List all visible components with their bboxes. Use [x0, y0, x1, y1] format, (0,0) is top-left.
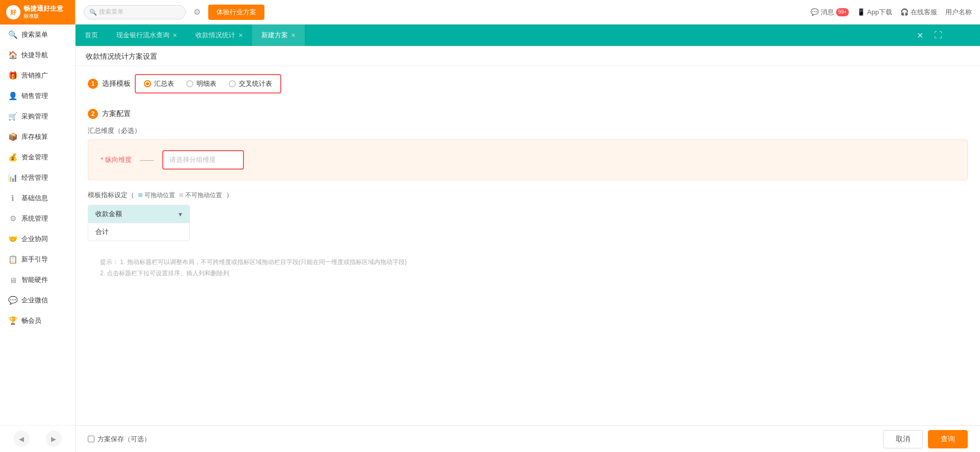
- user-avatar[interactable]: 用户名称: [945, 8, 972, 17]
- query-button[interactable]: 查询: [928, 430, 968, 448]
- trial-industry-button[interactable]: 体验行业方案: [208, 5, 264, 20]
- sidebar-item-search[interactable]: 🔍 搜索菜单: [0, 25, 75, 45]
- dimension-row-label: * 纵向维度: [101, 155, 132, 164]
- tab-new-plan[interactable]: 新建方案 ✕: [252, 25, 305, 46]
- tip-2: 2. 点击标题栏下拉可设置排序、插入列和删除列: [100, 268, 955, 279]
- tab-collection-label: 收款情况统计: [195, 31, 235, 40]
- step1-badge: 1: [88, 79, 98, 89]
- sidebar: 好 畅捷通好生意 标准版 🔍 搜索菜单 🏠 快捷导航 🎁 营销推广 👤 销售管理…: [0, 0, 76, 452]
- message-icon: 💬: [811, 8, 819, 16]
- dimension-title: 汇总维度（必选）: [88, 126, 968, 135]
- tabbar: 首页 现金银行流水查询 ✕ 收款情况统计 ✕ 新建方案 ✕ ✕ ⛶: [76, 25, 980, 46]
- sidebar-item-inventory[interactable]: 📦 库存核算: [0, 127, 75, 147]
- content-area: 收款情况统计方案设置 1 选择模板 汇总表: [76, 46, 980, 425]
- sidebar-item-wechat[interactable]: 💬 企业微信: [0, 290, 75, 311]
- save-plan-label: 方案保存（可选）: [97, 435, 151, 444]
- sidebar-item-nav[interactable]: 🏠 快捷导航: [0, 45, 75, 65]
- sidebar-item-purchase[interactable]: 🛒 采购管理: [0, 106, 75, 127]
- user-icon: 👤: [8, 91, 17, 101]
- metrics-table: 收款金额 ▾ 合计: [88, 205, 190, 241]
- save-plan-checkbox[interactable]: 方案保存（可选）: [88, 435, 151, 444]
- user-name-text: 用户名称: [945, 8, 972, 17]
- sidebar-expand-btn[interactable]: ▶: [45, 431, 62, 447]
- info-icon: ℹ: [8, 194, 17, 203]
- service-label: 在线客服: [911, 8, 937, 17]
- save-plan-checkbox-input[interactable]: [88, 436, 94, 442]
- radio-crosstab[interactable]: 交叉统计表: [229, 79, 272, 88]
- tab-home[interactable]: 首页: [76, 25, 107, 46]
- logo-icon: 好: [6, 5, 20, 19]
- radio-detail[interactable]: 明细表: [186, 79, 216, 88]
- service-icon: 🎧: [900, 8, 909, 16]
- radio-summary[interactable]: 汇总表: [144, 79, 174, 88]
- radio-summary-label: 汇总表: [154, 79, 174, 88]
- sidebar-item-guide[interactable]: 📋 新手引导: [0, 249, 75, 270]
- search-icon: 🔍: [8, 30, 17, 39]
- metrics-header-dropdown-icon[interactable]: ▾: [179, 210, 182, 218]
- step1-label: 选择模板: [102, 79, 131, 88]
- cancel-button[interactable]: 取消: [883, 430, 923, 448]
- page-header: 收款情况统计方案设置: [76, 46, 980, 66]
- sidebar-logo: 好 畅捷通好生意 标准版: [0, 0, 75, 25]
- service-button[interactable]: 🎧 在线客服: [900, 8, 937, 17]
- metrics-legend2: 不可拖动位置: [179, 191, 222, 200]
- sidebar-item-label: 资金管理: [21, 153, 48, 162]
- home-icon: 🏠: [8, 51, 17, 60]
- metrics-closing-paren: ）: [226, 191, 233, 200]
- topbar-right: 💬 消息 99+ 📱 App下载 🎧 在线客服 用户名称: [811, 8, 972, 17]
- tab-home-label: 首页: [85, 31, 98, 40]
- sidebar-item-finance[interactable]: 💰 资金管理: [0, 147, 75, 168]
- sidebar-item-marketing[interactable]: 🎁 营销推广: [0, 65, 75, 86]
- message-button[interactable]: 💬 消息 99+: [811, 8, 849, 17]
- tab-close-all-button[interactable]: ✕: [913, 28, 927, 42]
- settings-gear-icon[interactable]: ⚙: [190, 5, 204, 19]
- tab-collection-close[interactable]: ✕: [238, 32, 243, 39]
- topbar-left: 🔍 搜索菜单 ⚙ 体验行业方案: [84, 5, 264, 20]
- sidebar-item-hardware[interactable]: 🖥 智能硬件: [0, 270, 75, 290]
- template-radio-group: 汇总表 明细表 交叉统计表: [135, 74, 281, 93]
- sidebar-item-operations[interactable]: 📊 经营管理: [0, 168, 75, 188]
- radio-detail-circle: [186, 80, 193, 87]
- radio-crosstab-circle: [229, 80, 236, 87]
- dimension-select-placeholder: 请选择分组维度: [169, 156, 216, 163]
- tab-new-plan-close[interactable]: ✕: [291, 32, 296, 39]
- legend-draggable: 可拖动位置: [138, 191, 175, 200]
- sidebar-item-label: 搜索菜单: [21, 30, 48, 39]
- sidebar-item-label: 销售管理: [21, 91, 48, 101]
- box-icon: 📦: [8, 132, 17, 141]
- download-button[interactable]: 📱 App下载: [857, 8, 892, 17]
- logo-sub: 标准版: [23, 13, 63, 20]
- step2-label: 方案配置: [102, 109, 131, 118]
- tab-cashflow-close[interactable]: ✕: [173, 32, 177, 39]
- footer: 方案保存（可选） 取消 查询: [76, 425, 980, 452]
- dimension-select[interactable]: 请选择分组维度: [162, 150, 244, 170]
- metrics-table-row: 合计: [88, 223, 189, 241]
- sidebar-item-label: 经营管理: [21, 173, 48, 182]
- cart-icon: 🛒: [8, 112, 17, 121]
- sidebar-item-basics[interactable]: ℹ 基础信息: [0, 188, 75, 208]
- dimension-area: * 纵向维度 —— 请选择分组维度: [88, 139, 968, 180]
- radio-crosstab-label: 交叉统计表: [239, 79, 272, 88]
- main-content: 🔍 搜索菜单 ⚙ 体验行业方案 💬 消息 99+ 📱 App下载 🎧 在线客服 …: [76, 0, 980, 452]
- legend-draggable-dot: [138, 193, 142, 197]
- sidebar-item-system[interactable]: ⚙ 系统管理: [0, 208, 75, 229]
- sidebar-item-member[interactable]: 🏆 畅会员: [0, 311, 75, 331]
- sidebar-bottom: ◀ ▶: [0, 425, 75, 452]
- sidebar-item-sales[interactable]: 👤 销售管理: [0, 86, 75, 106]
- legend-undraggable: 不可拖动位置: [179, 191, 222, 200]
- gift-icon: 🎁: [8, 71, 17, 80]
- tab-collection[interactable]: 收款情况统计 ✕: [186, 25, 252, 46]
- metrics-setting-label: 模板指标设定（ 可拖动位置 不可拖动位置: [88, 191, 968, 200]
- collab-icon: 🤝: [8, 234, 17, 244]
- sidebar-item-label: 新手引导: [21, 255, 48, 264]
- tab-fullscreen-button[interactable]: ⛶: [931, 28, 945, 42]
- sidebar-item-collab[interactable]: 🤝 企业协同: [0, 229, 75, 249]
- topbar-search[interactable]: 🔍 搜索菜单: [84, 5, 186, 19]
- tabbar-actions: ✕ ⛶: [913, 25, 949, 46]
- sidebar-collapse-btn[interactable]: ◀: [13, 431, 30, 447]
- wechat-icon: 💬: [8, 296, 17, 305]
- legend-draggable-label: 可拖动位置: [144, 191, 175, 200]
- sidebar-item-label: 系统管理: [21, 214, 48, 223]
- tab-cashflow[interactable]: 现金银行流水查询 ✕: [107, 25, 186, 46]
- search-placeholder-text: 搜索菜单: [99, 8, 124, 16]
